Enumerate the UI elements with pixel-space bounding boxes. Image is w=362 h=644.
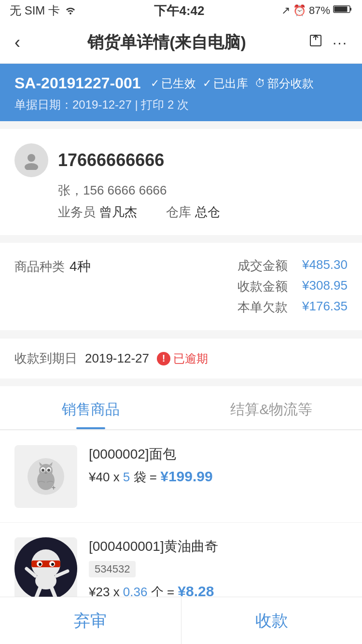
share-button[interactable] [308,33,323,51]
customer-phone: 17666666666 [58,150,164,170]
svg-point-4 [28,154,35,162]
overdue-text: 已逾期 [173,351,208,366]
svg-point-22 [39,563,42,566]
status-partial: ⏱ 部分收款 [255,76,314,91]
order-date: 单据日期：2019-12-27 | 打印 2 次 [14,97,348,112]
product-price-1: ¥40 x 5 袋 = ¥199.99 [89,468,348,486]
received-value: ¥308.95 [302,278,348,295]
summary-section: 商品种类 4种 成交金额 ¥485.30 收款金额 ¥308.95 本单欠款 ¥… [0,243,362,330]
status-shipped-label: 已出库 [213,76,248,91]
battery-icon [333,4,352,17]
warehouse-value: 总仓 [195,204,220,221]
overdue-icon: ! [157,352,170,365]
warehouse-label: 仓库 [166,204,191,221]
product-info-2: [000400001]黄油曲奇 534532 ¥23 x 0.36 个 = ¥8… [89,537,348,601]
price-1: ¥40 [89,470,110,484]
check-icon-2: ✓ [203,77,211,90]
customer-meta: 业务员 曾凡杰 仓库 总仓 [58,204,348,221]
nav-actions: ··· [308,33,348,51]
status-bar: 无 SIM 卡 下午4:42 ↗ ⏰ 87% [0,0,362,21]
price-x-1: x [113,470,123,484]
received-line: 收款金额 ¥308.95 [237,278,348,295]
summary-left: 商品种类 4种 [14,257,91,276]
battery-text: 87% [309,4,330,17]
cancel-button[interactable]: 弃审 [0,597,181,644]
equals-1: = [150,470,160,484]
svg-rect-1 [350,8,351,11]
status-effective-label: 已生效 [161,76,196,91]
amount-label: 成交金额 [237,257,288,274]
svg-point-23 [51,563,54,566]
product-name-1: [0000002]面包 [89,445,348,463]
debt-value: ¥176.35 [302,299,348,316]
product-type-row: 商品种类 4种 [14,257,91,276]
products-section: + [0000002]面包 ¥40 x 5 袋 = ¥199.99 [0,431,362,616]
debt-label: 本单欠款 [237,299,288,316]
back-button[interactable]: ‹ [10,28,25,57]
type-count: 4种 [70,257,91,276]
salesperson-item: 业务员 曾凡杰 [58,204,137,221]
due-date: 2019-12-27 [85,351,149,366]
status-effective: ✓ 已生效 [151,76,196,91]
status-time: 下午4:42 [154,2,204,19]
product-image-1: + [14,445,77,508]
product-image-2 [14,537,77,600]
overdue-badge: ! 已逾期 [157,351,208,366]
wifi-icon [64,4,77,17]
received-label: 收款金额 [237,278,288,295]
svg-text:+: + [52,484,56,491]
nav-bar: ‹ 销货单详情(来自电脑) ··· [0,21,362,64]
order-id: SA-20191227-001 [14,74,141,92]
qty-1: 5 [123,470,130,484]
svg-point-5 [25,163,38,170]
order-id-row: SA-20191227-001 ✓ 已生效 ✓ 已出库 ⏱ 部分收款 [14,74,348,92]
product-name-2: [000400001]黄油曲奇 [89,537,348,556]
status-right: ↗ ⏰ 87% [281,4,352,17]
alarm-icon: ⏰ [293,4,306,17]
svg-rect-19 [31,560,60,567]
salesperson-value: 曾凡杰 [99,204,137,221]
tab-products[interactable]: 销售商品 [0,386,181,429]
tab-settlement[interactable]: 结算&物流等 [181,386,362,429]
customer-row: 17666666666 [14,143,348,177]
type-label: 商品种类 [14,258,65,275]
check-icon-1: ✓ [151,77,159,90]
svg-point-11 [42,469,44,472]
total-1: ¥199.99 [160,468,212,484]
svg-point-12 [47,469,50,472]
clock-icon: ⏱ [255,77,265,90]
warehouse-item: 仓库 总仓 [166,204,220,221]
status-tags: ✓ 已生效 ✓ 已出库 ⏱ 部分收款 [151,76,314,91]
svg-rect-2 [334,7,347,12]
more-button[interactable]: ··· [333,34,348,51]
tabs-section: 销售商品 结算&物流等 [0,386,362,430]
product-item: + [0000002]面包 ¥40 x 5 袋 = ¥199.99 [0,431,362,523]
svg-point-24 [35,572,56,589]
debt-line: 本单欠款 ¥176.35 [237,299,348,316]
due-label: 收款到期日 [14,350,77,367]
customer-sub: 张，156 6666 6666 [58,182,348,199]
summary-right: 成交金额 ¥485.30 收款金额 ¥308.95 本单欠款 ¥176.35 [237,257,348,316]
status-shipped: ✓ 已出库 [203,76,248,91]
location-icon: ↗ [281,4,290,17]
confirm-button[interactable]: 收款 [181,597,362,644]
customer-section: 17666666666 张，156 6666 6666 业务员 曾凡杰 仓库 总… [0,129,362,235]
unit-1: 袋 [134,470,146,484]
status-partial-label: 部分收款 [267,76,314,91]
order-header-banner: SA-20191227-001 ✓ 已生效 ✓ 已出库 ⏱ 部分收款 单据日期：… [0,64,362,121]
amount-value: ¥485.30 [302,257,348,274]
page-title: 销货单详情(来自电脑) [25,31,308,54]
due-section: 收款到期日 2019-12-27 ! 已逾期 [0,338,362,378]
customer-avatar [14,143,48,177]
amount-line: 成交金额 ¥485.30 [237,257,348,274]
salesperson-label: 业务员 [58,204,96,221]
carrier-text: 无 SIM 卡 [10,3,60,18]
status-left: 无 SIM 卡 [10,3,77,18]
product-info-1: [0000002]面包 ¥40 x 5 袋 = ¥199.99 [89,445,348,486]
product-badge-2: 534532 [89,561,136,577]
bottom-bar: 弃审 收款 [0,597,362,644]
